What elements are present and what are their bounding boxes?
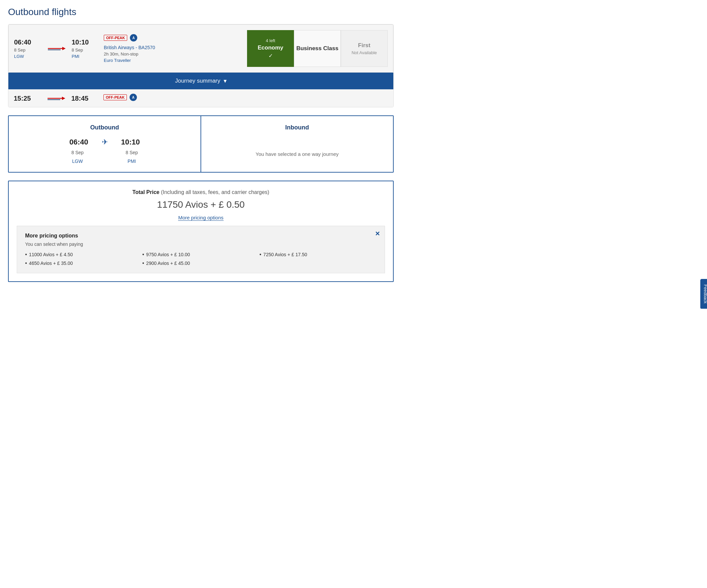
flight-results-container: 06:40 8 Sep LGW 10:10 8 Sep PMI: [8, 24, 394, 107]
pricing-options-subtitle: You can select when paying: [25, 242, 377, 247]
first-cabin-name: First: [358, 42, 371, 49]
inbound-message: You have selected a one way journey: [212, 138, 382, 157]
economy-cabin-name: Economy: [258, 44, 283, 51]
cabin-options: 4 left Economy ✓ Business Class First No…: [247, 30, 388, 67]
outbound-arrive-time: 10:10: [121, 138, 140, 147]
flight-details: OFF-PEAK A British Airways - BA2570 2h 3…: [104, 34, 242, 63]
first-cabin-option: First Not Available: [341, 30, 388, 67]
arrival-info: 10:10 8 Sep PMI: [72, 38, 98, 59]
pricing-option-2: • 9750 Avios + £ 10.00: [142, 252, 260, 258]
pricing-options-grid: • 11000 Avios + £ 4.50 • 4650 Avios + £ …: [25, 252, 377, 266]
flight2-badges: OFF-PEAK A: [103, 94, 388, 103]
journey-summary-label: Journey summary: [175, 78, 220, 84]
outbound-depart-time: 06:40: [69, 138, 88, 147]
pricing-option-1: • 11000 Avios + £ 4.50: [25, 252, 142, 258]
avios-icon: A: [130, 34, 137, 41]
flight-duration: 2h 30m, Non-stop: [104, 51, 242, 57]
total-price-note: (Including all taxes, fees, and carrier …: [161, 189, 269, 195]
chevron-down-icon: ▾: [224, 77, 227, 85]
svg-marker-1: [62, 47, 66, 50]
pricing-options-title: More pricing options: [25, 233, 377, 239]
outbound-times-row: 06:40 ✈ 10:10: [20, 138, 190, 147]
economy-cabin-option[interactable]: 4 left Economy ✓: [247, 30, 294, 67]
plane-icon: ✈: [102, 138, 108, 147]
depart-time: 06:40: [14, 38, 41, 46]
first-cabin-sub: Not Available: [351, 50, 377, 55]
outbound-depart-date: 8 Sep: [68, 150, 88, 155]
pricing-option-3-value: 7250 Avios + £ 17.50: [264, 252, 307, 257]
airline-logo: [46, 45, 66, 52]
depart-airport-link[interactable]: LGW: [14, 54, 41, 59]
inbound-journey-panel: Inbound You have selected a one way jour…: [201, 116, 393, 172]
arrive-time: 10:10: [72, 38, 98, 46]
cabin-class-link[interactable]: Euro Traveller: [104, 58, 242, 63]
off-peak-badge: OFF-PEAK: [104, 35, 127, 41]
business-cabin-option[interactable]: Business Class: [294, 30, 341, 67]
outbound-journey-panel: Outbound 06:40 ✈ 10:10 8 Sep 8 Sep LGW P…: [9, 116, 201, 172]
pricing-column-2: • 9750 Avios + £ 10.00 • 2900 Avios + £ …: [142, 252, 260, 266]
flight2-depart-time: 15:25: [14, 95, 40, 102]
outbound-airports-row: LGW PMI: [20, 158, 190, 164]
flight2-off-peak-badge: OFF-PEAK: [103, 94, 127, 100]
pricing-option-4: • 4650 Avios + £ 35.00: [25, 260, 142, 266]
pricing-column-1: • 11000 Avios + £ 4.50 • 4650 Avios + £ …: [25, 252, 142, 266]
business-cabin-name: Business Class: [296, 45, 338, 52]
flight-card-1: 06:40 8 Sep LGW 10:10 8 Sep PMI: [8, 25, 393, 73]
economy-check-icon: ✓: [268, 52, 273, 59]
pricing-option-5: • 2900 Avios + £ 45.00: [142, 260, 260, 266]
more-pricing-link[interactable]: More pricing options: [178, 215, 223, 221]
airline-link[interactable]: British Airways - BA2570: [104, 45, 242, 50]
pricing-option-3: • 7250 Avios + £ 17.50: [260, 252, 377, 258]
flight2-arrive-time: 18:45: [71, 95, 98, 102]
svg-marker-4: [62, 97, 65, 100]
flight2-arrive-info: 18:45: [71, 95, 98, 102]
flight2-airline-logo: [46, 95, 66, 102]
bullet-4: •: [25, 260, 27, 266]
flight-badges: OFF-PEAK A: [104, 34, 242, 41]
outbound-dates-row: 8 Sep 8 Sep: [20, 150, 190, 155]
journey-summary-section: Outbound 06:40 ✈ 10:10 8 Sep 8 Sep LGW P…: [8, 115, 394, 173]
pricing-column-3: • 7250 Avios + £ 17.50: [260, 252, 377, 266]
outbound-depart-airport-link[interactable]: LGW: [68, 158, 88, 164]
close-pricing-button[interactable]: ✕: [375, 230, 380, 237]
page-title: Outbound flights: [8, 7, 394, 17]
pricing-option-4-value: 4650 Avios + £ 35.00: [29, 261, 73, 266]
bullet-5: •: [142, 260, 144, 266]
flight2-depart-info: 15:25: [14, 95, 40, 102]
journey-summary-bar[interactable]: Journey summary ▾: [8, 73, 393, 89]
bullet-1: •: [25, 252, 27, 258]
depart-date: 8 Sep: [14, 47, 41, 52]
departure-info: 06:40 8 Sep LGW: [14, 38, 41, 59]
price-value: 11750 Avios + £ 0.50: [17, 199, 385, 210]
pricing-section: Total Price (Including all taxes, fees, …: [8, 181, 394, 282]
total-price-title: Total Price: [133, 189, 160, 195]
bullet-3: •: [260, 252, 262, 258]
outbound-panel-title: Outbound: [20, 124, 190, 131]
flight2-avios-icon: A: [130, 94, 137, 101]
pricing-option-2-value: 9750 Avios + £ 10.00: [146, 252, 190, 257]
arrive-airport-link[interactable]: PMI: [72, 54, 98, 59]
economy-seats-left: 4 left: [266, 38, 275, 43]
outbound-arrive-date: 8 Sep: [122, 150, 142, 155]
bullet-2: •: [142, 252, 144, 258]
outbound-arrive-airport-link[interactable]: PMI: [122, 158, 142, 164]
flight-card-2-partial: 15:25 18:45 OFF-PEAK A: [8, 89, 393, 107]
arrive-date: 8 Sep: [72, 47, 98, 52]
pricing-options-panel: ✕ More pricing options You can select wh…: [17, 226, 385, 273]
pricing-option-1-value: 11000 Avios + £ 4.50: [29, 252, 73, 257]
inbound-panel-title: Inbound: [212, 124, 382, 131]
pricing-option-5-value: 2900 Avios + £ 45.00: [146, 261, 190, 266]
total-price-label: Total Price (Including all taxes, fees, …: [17, 189, 385, 195]
